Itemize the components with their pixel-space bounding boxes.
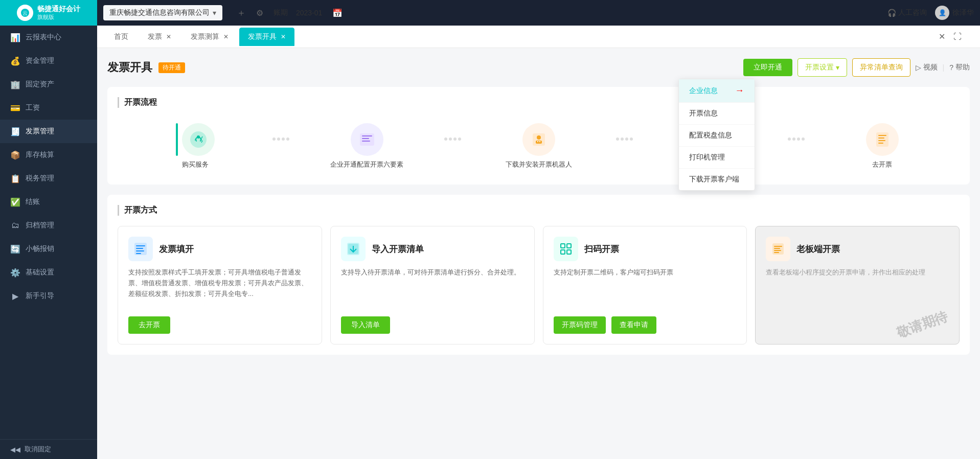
svg-rect-20 <box>878 140 885 141</box>
sidebar-item-zijin[interactable]: 💰 资金管理 <box>0 49 97 73</box>
tab-fapiaokaiju-label: 发票开具 <box>248 32 277 41</box>
sidebar-label-fapiao: 发票管理 <box>26 127 54 136</box>
sidebar-item-gongzi[interactable]: 💳 工资 <box>0 96 97 120</box>
sidebar-label-yunbao: 云报表中心 <box>26 33 61 42</box>
step-icon-config <box>351 123 383 156</box>
settings-dropdown-menu: 企业信息 → 开票信息 配置税盘信息 打印机管理 <box>678 79 755 191</box>
sidebar-label-jichushezhi: 基础设置 <box>26 268 54 277</box>
dropdown-item-download-client[interactable]: 下载开票客户端 <box>679 169 755 190</box>
calendar-button[interactable]: 📅 <box>330 6 345 20</box>
tab-fapiao-label: 发票 <box>148 32 162 41</box>
exception-list-button[interactable]: 异常清单查询 <box>852 58 910 77</box>
zijin-icon: 💰 <box>10 56 20 66</box>
dropdown-item-invoice-info[interactable]: 开票信息 <box>679 103 755 125</box>
svg-rect-4 <box>360 133 374 146</box>
sidebar-label-xiaochangbaoxiao: 小畅报销 <box>26 244 54 254</box>
tab-fapiaocesuian[interactable]: 发票测算 ✕ <box>182 28 237 46</box>
method-card-scan: 扫码开票 支持定制开票二维码，客户端可扫码开票 开票码管理 查看申请 <box>543 226 747 345</box>
sidebar-label-zijin: 资金管理 <box>26 56 54 65</box>
help-icon: ? <box>949 63 953 72</box>
period-label: 账期 <box>274 8 288 17</box>
user-info[interactable]: 👤 徐泽华 <box>935 6 974 20</box>
dropdown-item-tax-disk[interactable]: 配置税盘信息 <box>679 125 755 147</box>
view-apply-button[interactable]: 查看申请 <box>611 316 656 334</box>
dropdown-item-printer[interactable]: 打印机管理 <box>679 147 755 169</box>
logo[interactable]: 云 畅捷通好会计 旗舰版 <box>0 0 97 26</box>
sidebar-label-xinshouyindao: 新手引导 <box>26 291 54 301</box>
fill-action-button[interactable]: 去开票 <box>128 316 170 334</box>
divider: | <box>943 63 945 72</box>
svg-rect-36 <box>774 248 780 249</box>
tab-fapiao[interactable]: 发票 ✕ <box>139 28 180 46</box>
page-title: 发票开具 <box>107 60 152 75</box>
close-window-button[interactable]: ✕ <box>937 30 947 43</box>
settings-dropdown-button[interactable]: 开票设置 ▾ <box>797 58 847 77</box>
step-icon-download <box>522 123 555 156</box>
gudingzichan-icon: 🏢 <box>10 79 20 89</box>
play-icon: ▷ <box>916 63 921 72</box>
tab-fapiaokaiju-close[interactable]: ✕ <box>281 33 286 40</box>
tab-fapiaocesuian-label: 发票测算 <box>191 32 219 41</box>
activate-button[interactable]: 立即开通 <box>743 59 792 76</box>
svg-rect-18 <box>878 135 886 136</box>
user-name: 徐泽华 <box>952 8 974 17</box>
video-button[interactable]: ▷ 视频 <box>916 63 938 72</box>
download-client-label: 下载开票客户端 <box>689 175 739 183</box>
import-icon <box>341 237 366 261</box>
sidebar-item-xinshouyindao[interactable]: ▶ 新手引导 <box>0 284 97 308</box>
expand-window-button[interactable]: ⛶ <box>951 30 964 43</box>
settings-button[interactable]: ⚙ <box>254 6 265 20</box>
printer-label: 打印机管理 <box>689 153 725 161</box>
sidebar-item-xiaochangbaoxiao[interactable]: 🔄 小畅报销 <box>0 237 97 261</box>
flow-step-download: 下载并安装开票机器人 <box>461 123 616 169</box>
yunbao-icon: 📊 <box>10 32 20 42</box>
tab-fapiaocesuian-close[interactable]: ✕ <box>223 33 229 40</box>
step-label-goinvoice: 去开票 <box>872 160 892 169</box>
sidebar-item-guidang[interactable]: 🗂 归档管理 <box>0 214 97 237</box>
sidebar-item-fapiao[interactable]: 🧾 发票管理 <box>0 120 97 143</box>
scan-title: 扫码开票 <box>584 243 619 255</box>
tab-home[interactable]: 首页 <box>105 28 137 46</box>
svg-point-2 <box>190 131 207 148</box>
svg-rect-32 <box>561 250 565 254</box>
boss-desc: 查看老板端小程序提交的开票申请，并作出相应的处理 <box>766 267 949 308</box>
logo-title: 畅捷通好会计 <box>37 5 80 13</box>
method-card-boss: 老板端开票 查看老板端小程序提交的开票申请，并作出相应的处理 敬请期待 <box>755 226 960 345</box>
help-button[interactable]: ? 帮助 <box>949 63 970 72</box>
jiezhang-icon: ✅ <box>10 197 20 207</box>
qr-manage-button[interactable]: 开票码管理 <box>554 316 606 334</box>
cancel-fixed-button[interactable]: ◀◀ 取消固定 <box>0 439 97 459</box>
sidebar-item-gudingzichan[interactable]: 🏢 固定资产 <box>0 73 97 96</box>
svg-rect-19 <box>878 137 884 139</box>
red-arrow-icon: → <box>735 85 744 96</box>
import-desc: 支持导入待开票清单，可对待开票清单进行拆分、合并处理。 <box>341 267 524 308</box>
shuiwu-icon: 📋 <box>10 173 20 183</box>
svg-rect-24 <box>136 248 143 249</box>
flow-step-buy: 购买服务 <box>118 123 272 169</box>
sidebar-item-jiezhang[interactable]: ✅ 结账 <box>0 190 97 214</box>
company-selector[interactable]: 重庆畅捷交通信息咨询有限公司 ▾ <box>103 5 222 20</box>
add-company-button[interactable]: ＋ <box>235 5 248 21</box>
company-info-label: 企业信息 <box>689 86 718 96</box>
step-icon-goinvoice <box>866 123 899 156</box>
sidebar-label-shuiwu: 税务管理 <box>26 174 54 183</box>
svg-rect-33 <box>567 250 571 254</box>
scan-icon <box>554 237 578 261</box>
tab-fapiao-close[interactable]: ✕ <box>166 33 171 40</box>
service-button[interactable]: 🎧 人工咨询 <box>887 8 927 17</box>
svg-rect-11 <box>537 141 538 142</box>
avatar: 👤 <box>935 6 949 20</box>
sidebar-item-yunbao[interactable]: 📊 云报表中心 <box>0 26 97 49</box>
svg-rect-35 <box>774 246 782 247</box>
sidebar-item-kucun[interactable]: 📦 库存核算 <box>0 143 97 167</box>
sidebar-item-shuiwu[interactable]: 📋 税务管理 <box>0 167 97 190</box>
step-icon-buy <box>182 123 215 156</box>
cancel-pin-icon: ◀◀ <box>10 446 20 453</box>
import-action-button[interactable]: 导入清单 <box>341 316 390 334</box>
xinshouyindao-icon: ▶ <box>10 291 20 301</box>
tab-fapiaokaiju[interactable]: 发票开具 ✕ <box>239 28 294 46</box>
sidebar-label-gudingzichan: 固定资产 <box>26 80 54 89</box>
boss-icon <box>766 237 790 261</box>
dropdown-item-company-info[interactable]: 企业信息 → <box>679 79 755 103</box>
sidebar-item-jichushezhi[interactable]: ⚙️ 基础设置 <box>0 261 97 284</box>
